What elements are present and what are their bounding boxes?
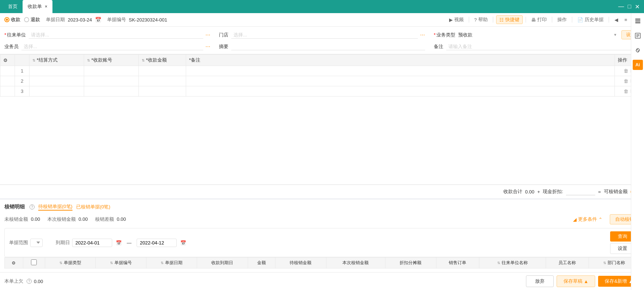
row-2-account[interactable]	[84, 76, 139, 86]
verify-info-icon[interactable]: ?	[30, 204, 35, 209]
sidebar-form-icon[interactable]	[633, 31, 643, 41]
sort-icon: ⇅	[32, 58, 35, 62]
sidebar-table-icon[interactable]	[633, 16, 643, 26]
shortcut-btn[interactable]: ☷ 快捷键	[496, 15, 523, 24]
row-3-amount[interactable]	[139, 86, 186, 97]
calendar-icon[interactable]: 📅	[95, 17, 101, 23]
row-2-remark[interactable]	[186, 76, 615, 86]
remark-input[interactable]	[446, 43, 640, 50]
tab-home[interactable]: 首页	[3, 0, 23, 13]
row-1-no: 1	[15, 66, 30, 76]
partner-more-icon[interactable]: ···	[205, 32, 210, 38]
table-settings-th[interactable]: ⚙	[0, 55, 15, 66]
date-from-input[interactable]	[72, 239, 112, 247]
range-select[interactable]	[30, 239, 43, 247]
row-1-amount[interactable]	[139, 66, 186, 76]
vth-partner[interactable]: ⇅ 往来单位名称	[479, 258, 546, 269]
tab-current[interactable]: 收款单 ×	[23, 0, 52, 13]
amount-th[interactable]: ⇅ *收款金额	[139, 55, 186, 66]
biz-type-field: 业务类型 预收款 ▼ 设置	[434, 30, 640, 39]
right-sidebar: Ai	[631, 13, 644, 290]
settlement-th[interactable]: ⇅ *结算方式	[30, 55, 84, 66]
history-label: 历史单据	[585, 16, 604, 23]
select-all-checkbox[interactable]	[31, 259, 37, 265]
ops-btn[interactable]: 操作	[555, 16, 569, 24]
row-2-delete-icon[interactable]: 🗑	[624, 78, 628, 84]
table-row: 1 🗑 ❏	[0, 66, 644, 76]
ops-label: 操作	[557, 16, 567, 23]
close-icon[interactable]: ✕	[635, 3, 640, 10]
tab-done[interactable]: 已核销单据(0笔)	[76, 204, 110, 210]
vth-doc-no[interactable]: ⇅ 单据编号	[95, 258, 146, 269]
divider-5	[572, 17, 572, 23]
history-btn[interactable]: 📄 历史单据	[575, 16, 606, 24]
list-view-icon[interactable]: ≡	[621, 15, 630, 24]
summary-field: 摘要	[219, 43, 425, 50]
row-1-remark[interactable]	[186, 66, 615, 76]
tab-close-icon[interactable]: ×	[45, 4, 47, 9]
vth-checkbox[interactable]	[23, 258, 45, 269]
row-1-settlement[interactable]	[30, 66, 84, 76]
biz-type-arrow[interactable]: ▼	[613, 33, 617, 37]
prev-icon[interactable]: ◀	[612, 15, 621, 24]
more-filter-btn[interactable]: ◢ 更多条件 ⌃	[573, 216, 602, 223]
vth-doc-date[interactable]: ⇅ 单据日期	[146, 258, 197, 269]
partner-field: 往来单位 ···	[4, 31, 210, 39]
store-more-icon[interactable]: ···	[420, 32, 425, 38]
radio-refund[interactable]: 退款	[24, 16, 40, 23]
history-icon: 📄	[577, 17, 583, 23]
calendar-to-icon[interactable]: 📅	[180, 240, 186, 246]
row-1-delete-icon[interactable]: 🗑	[624, 68, 628, 74]
row-no-th	[15, 55, 30, 66]
radio-refund-label: 退款	[31, 16, 40, 23]
store-input[interactable]	[231, 31, 418, 39]
minimize-icon[interactable]: —	[618, 3, 624, 10]
vth-gear[interactable]: ⚙	[5, 258, 23, 269]
table-row: 2 🗑 ❏	[0, 76, 644, 86]
partner-label: 往来单位	[4, 32, 26, 38]
help-btn[interactable]: ? 帮助	[472, 16, 490, 24]
biz-type-label: 业务类型	[434, 32, 455, 38]
form-row-2: 业务员 ··· 摘要 备注	[4, 43, 640, 50]
tab-pending[interactable]: 待核销单据(0笔)	[38, 203, 72, 211]
summary-input[interactable]	[231, 43, 425, 50]
row-3-remark[interactable]	[186, 86, 615, 97]
video-btn[interactable]: ▶ 视频	[447, 16, 466, 24]
total-value: 0.00	[525, 189, 534, 195]
vth-doc-type[interactable]: ⇅ 单据类型	[45, 258, 96, 269]
staff-field: 业务员 ···	[4, 43, 210, 50]
staff-input[interactable]	[21, 43, 203, 50]
verify-table-wrap: ⚙ ⇅ 单据类型 ⇅ 单据编号 ⇅ 单据日期 收款到期日 金额 待核销金额 本次…	[4, 257, 640, 269]
account-th[interactable]: ⇅ *收款账号	[84, 55, 139, 66]
bottom-info-label: 本单上欠	[4, 278, 23, 285]
row-2-amount[interactable]	[139, 76, 186, 86]
tab-current-label: 收款单	[28, 3, 42, 10]
draft-arrow-icon[interactable]: ▲	[584, 279, 589, 284]
date-to-input[interactable]	[137, 239, 177, 247]
radio-receipt[interactable]: 收款	[4, 16, 20, 23]
doc-date-value: 2023-03-24	[68, 17, 92, 23]
maximize-icon[interactable]: □	[628, 3, 631, 10]
remark-th[interactable]: *备注	[186, 55, 615, 66]
row-3-settlement[interactable]	[30, 86, 84, 97]
vth-due-date: 收款到期日	[197, 258, 248, 269]
row-3-account[interactable]	[84, 86, 139, 97]
row-1-account[interactable]	[84, 66, 139, 76]
shortcut-icon: ☷	[499, 17, 504, 23]
row-gear	[0, 66, 15, 76]
filter-icon: ◢	[573, 217, 577, 222]
row-3-delete-icon[interactable]: 🗑	[624, 89, 628, 94]
svg-rect-1	[635, 20, 640, 21]
staff-more-icon[interactable]: ···	[205, 43, 210, 50]
print-btn[interactable]: 🖶 打印	[529, 16, 549, 24]
draft-btn[interactable]: 保存草稿 ▲	[557, 275, 596, 287]
partner-input[interactable]	[29, 31, 203, 39]
store-label: 门店	[219, 32, 228, 38]
discount-input[interactable]	[566, 188, 595, 195]
sidebar-link-icon[interactable]	[633, 45, 643, 55]
row-2-settlement[interactable]	[30, 76, 84, 86]
sidebar-ai-icon[interactable]: Ai	[633, 60, 643, 70]
bottom-info-icon[interactable]: ?	[27, 279, 32, 284]
abandon-btn[interactable]: 放弃	[526, 275, 554, 287]
calendar-from-icon[interactable]: 📅	[116, 240, 122, 246]
